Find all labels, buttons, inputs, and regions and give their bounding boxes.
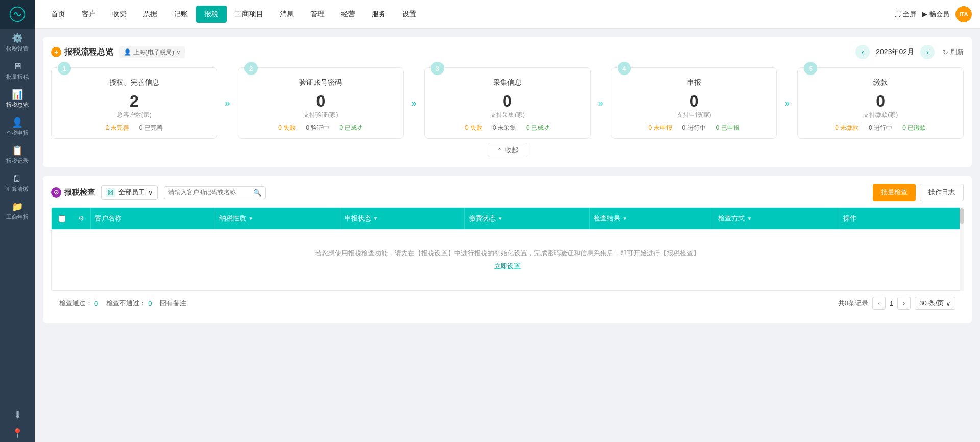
- operation-log-button[interactable]: 操作日志: [920, 184, 964, 201]
- step-count-3: 0: [431, 91, 584, 111]
- th-filter-icon-2[interactable]: ▼: [373, 216, 378, 222]
- location-badge[interactable]: 👤 上海(电子税局) ∨: [119, 46, 185, 58]
- next-month-button[interactable]: ›: [920, 45, 935, 59]
- batch-check-button[interactable]: 批量检查: [873, 184, 916, 201]
- check-icon: ⊙: [51, 187, 61, 198]
- step-title-3: 采集信息: [431, 78, 584, 87]
- annual-settlement-icon: 🗓: [13, 174, 22, 183]
- nav-service[interactable]: 服务: [363, 0, 394, 29]
- step-title-2: 验证账号密码: [244, 78, 398, 87]
- th-gear[interactable]: ⚙: [72, 208, 90, 229]
- step-subtitle-4: 支持申报(家): [618, 111, 771, 119]
- sidebar-item-location[interactable]: 📍: [0, 424, 35, 442]
- step-num-4: 4: [618, 62, 631, 75]
- vip-button[interactable]: ▶ 畅会员: [922, 10, 949, 19]
- th-filter-icon-5[interactable]: ▼: [747, 216, 752, 222]
- step3-stat-success[interactable]: 0 已成功: [526, 124, 550, 132]
- sidebar-item-tax-overview[interactable]: 📊 报税总览: [0, 85, 35, 113]
- prev-page-button[interactable]: ‹: [872, 297, 886, 310]
- sidebar-item-personal-tax[interactable]: 👤 个税申报: [0, 113, 35, 141]
- action-buttons: 批量检查 操作日志: [873, 184, 964, 201]
- prev-month-button[interactable]: ‹: [855, 45, 870, 59]
- step4-stat-ongoing[interactable]: 0 进行中: [682, 124, 706, 132]
- sidebar-item-annual-settlement[interactable]: 🗓 汇算清缴: [0, 169, 35, 197]
- personal-tax-icon: 👤: [12, 118, 23, 127]
- tax-overview-icon: 📊: [12, 90, 23, 99]
- tax-check-title: ⊙ 报税检查: [51, 187, 95, 198]
- search-icon[interactable]: 🔍: [253, 189, 261, 197]
- steps-row: 1 授权、完善信息 2 总客户数(家) 2 未完善 0 已完善 » 2 验证账号…: [51, 67, 964, 139]
- next-page-button[interactable]: ›: [897, 297, 911, 310]
- step5-stat-paid[interactable]: 0 已缴款: [902, 124, 926, 132]
- filter-tag: 囧: [106, 188, 115, 197]
- pagination: 共0条记录 ‹ 1 › 30 条/页 ∨: [838, 297, 955, 310]
- plus-icon: +: [51, 47, 61, 57]
- step5-stat-not-paid[interactable]: 0 未缴款: [835, 124, 859, 132]
- step2-stat-fail[interactable]: 0 失败: [278, 124, 296, 132]
- nav-customer[interactable]: 客户: [74, 0, 104, 29]
- tax-record-icon: 📋: [12, 146, 23, 155]
- nav-settings[interactable]: 设置: [394, 0, 425, 29]
- nav-bookkeeping[interactable]: 记账: [165, 0, 196, 29]
- step1-stat-incomplete[interactable]: 2 未完善: [106, 124, 129, 132]
- step3-stat-fail[interactable]: 0 失败: [465, 124, 482, 132]
- th-tax-nature: 纳税性质 ▼: [215, 208, 339, 229]
- sidebar-item-annual-report[interactable]: 📁 工商年报: [0, 197, 35, 225]
- nav-invoice[interactable]: 票据: [135, 0, 165, 29]
- nav-message[interactable]: 消息: [272, 0, 302, 29]
- location-icon: 📍: [12, 429, 23, 438]
- check-pass-count[interactable]: 0: [94, 300, 98, 307]
- step2-stat-success[interactable]: 0 已成功: [339, 124, 363, 132]
- sidebar-item-tax-record[interactable]: 📋 报税记录: [0, 141, 35, 169]
- th-checkbox[interactable]: [52, 208, 72, 229]
- step3-stat-uncollected[interactable]: 0 未采集: [493, 124, 516, 132]
- sidebar-item-tax-settings[interactable]: ⚙️ 报税设置: [0, 29, 35, 57]
- step-subtitle-2: 支持验证(家): [244, 111, 398, 119]
- avatar[interactable]: ITA: [955, 6, 972, 22]
- nav-operation[interactable]: 经营: [333, 0, 363, 29]
- refresh-button[interactable]: ↻ 刷新: [943, 47, 964, 57]
- step-stats-4: 0 未申报 0 进行中 0 已申报: [618, 124, 771, 132]
- step-subtitle-1: 总客户数(家): [58, 111, 211, 119]
- step-card-3: 3 采集信息 0 支持采集(家) 0 失败 0 未采集 0 已成功: [424, 67, 591, 139]
- topbar: 首页 客户 收费 票据 记账 报税 工商项目 消息 管理 经营 服务 设置 ⛶ …: [35, 0, 980, 29]
- nav-management[interactable]: 管理: [302, 0, 333, 29]
- tax-settings-icon: ⚙️: [12, 34, 23, 43]
- fullscreen-icon: ⛶: [894, 10, 901, 18]
- nav-fee[interactable]: 收费: [104, 0, 135, 29]
- table-scrollbar[interactable]: [960, 207, 964, 291]
- fullscreen-button[interactable]: ⛶ 全屏: [894, 10, 916, 19]
- per-page-chevron-icon: ∨: [946, 300, 951, 307]
- sidebar-logo: [0, 0, 35, 29]
- total-records: 共0条记录: [838, 299, 868, 308]
- step-stats-5: 0 未缴款 0 进行中 0 已缴款: [804, 124, 957, 132]
- nav-home[interactable]: 首页: [43, 0, 74, 29]
- sidebar-item-batch-tax[interactable]: 🖥 批量报税: [0, 57, 35, 85]
- content-area: + 报税流程总览 👤 上海(电子税局) ∨ ‹ 2023年02月 › ↻ 刷新: [35, 29, 980, 442]
- nav-tax[interactable]: 报税: [196, 6, 227, 23]
- per-page-select[interactable]: 30 条/页 ∨: [915, 297, 955, 310]
- step4-stat-declared[interactable]: 0 已申报: [716, 124, 740, 132]
- step-num-5: 5: [804, 62, 817, 75]
- step1-stat-complete[interactable]: 0 已完善: [139, 124, 163, 132]
- th-filter-icon-3[interactable]: ▼: [498, 216, 503, 222]
- location-person-icon: 👤: [124, 48, 131, 56]
- tax-check-header: ⊙ 报税检查 囧 全部员工 ∨ 🔍 批量检查 操作日志: [51, 184, 964, 201]
- th-filter-icon-1[interactable]: ▼: [248, 216, 253, 222]
- select-all-checkbox[interactable]: [59, 215, 65, 222]
- batch-tax-icon: 🖥: [13, 62, 22, 71]
- employee-filter[interactable]: 囧 全部员工 ∨: [101, 185, 158, 200]
- th-payment-status: 缴费状态 ▼: [464, 208, 589, 229]
- collapse-button[interactable]: ⌃ 收起: [488, 143, 527, 157]
- search-input[interactable]: [168, 189, 250, 196]
- th-filter-icon-4[interactable]: ▼: [622, 216, 627, 222]
- step-card-4: 4 申报 0 支持申报(家) 0 未申报 0 进行中 0 已申报: [611, 67, 777, 139]
- step-count-1: 2: [58, 91, 211, 111]
- step5-stat-ongoing[interactable]: 0 进行中: [869, 124, 892, 132]
- setup-link[interactable]: 立即设置: [494, 262, 521, 270]
- step4-stat-not-declared[interactable]: 0 未申报: [649, 124, 672, 132]
- nav-biz-project[interactable]: 工商项目: [227, 0, 272, 29]
- sidebar-item-download[interactable]: ⬇: [0, 405, 35, 424]
- step2-stat-ongoing[interactable]: 0 验证中: [306, 124, 329, 132]
- check-fail-count[interactable]: 0: [148, 300, 152, 307]
